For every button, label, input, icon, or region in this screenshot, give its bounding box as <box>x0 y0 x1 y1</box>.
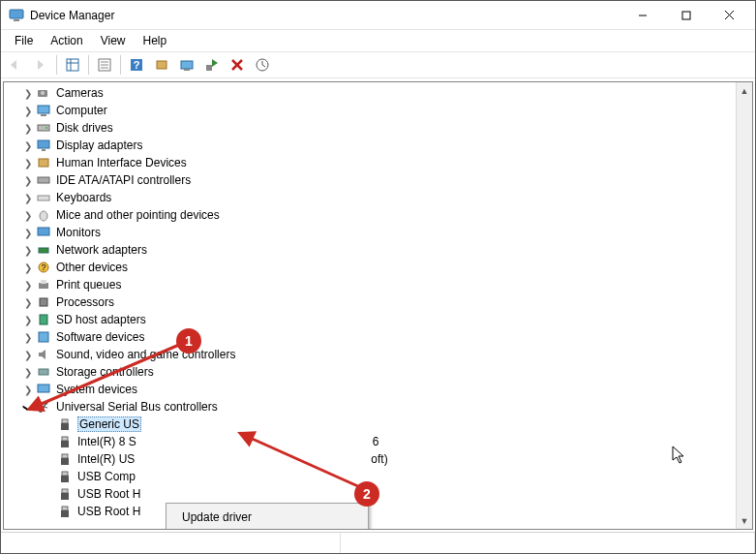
tree-node[interactable]: ❯SD host adapters <box>21 311 752 328</box>
tree-node[interactable]: ❯Human Interface Devices <box>21 154 752 171</box>
tree-node[interactable]: ❯Print queues <box>21 276 752 293</box>
expand-icon[interactable]: ❯ <box>21 297 35 308</box>
tree-node[interactable]: ❯Display adapters <box>21 137 752 154</box>
forward-button[interactable] <box>29 53 52 77</box>
scan-button[interactable] <box>150 53 173 77</box>
vertical-scrollbar[interactable]: ▲ ▼ <box>736 82 752 529</box>
tree-node[interactable]: ❯IDE ATA/ATAPI controllers <box>21 171 752 189</box>
uninstall-button[interactable] <box>226 53 249 77</box>
expand-icon[interactable]: ❯ <box>21 106 35 116</box>
tree-node-label: Storage controllers <box>56 365 154 379</box>
svg-rect-35 <box>39 248 48 253</box>
tree-node[interactable]: ❯?Other devices <box>21 259 752 276</box>
device-tree[interactable]: ▲ ▼ ❯Cameras❯Computer❯Disk drives❯Displa… <box>3 81 753 530</box>
scroll-down-button[interactable]: ▼ <box>737 512 752 529</box>
svg-point-33 <box>40 211 47 221</box>
tree-node[interactable]: ❯Processors <box>21 293 752 311</box>
tree-node-label: Network adapters <box>56 243 147 257</box>
tree-node-device[interactable]: USB Root H <box>43 485 752 503</box>
tree-node-device[interactable]: Generic US <box>43 416 752 433</box>
window-title: Device Manager <box>30 9 620 22</box>
tree-node-label: Generic US <box>77 416 141 432</box>
close-button[interactable] <box>708 1 751 29</box>
expand-icon[interactable]: ❯ <box>21 315 35 325</box>
tree-node[interactable]: ❯Software devices <box>21 328 752 346</box>
tree-node-usb[interactable]: ❯Universal Serial Bus controllers <box>21 398 752 416</box>
menu-action[interactable]: Action <box>43 32 90 49</box>
device-category-icon <box>36 347 51 362</box>
expand-icon[interactable]: ❯ <box>21 210 35 221</box>
show-hide-tree-button[interactable] <box>61 53 84 77</box>
device-category-icon <box>36 172 51 188</box>
collapse-icon[interactable]: ❯ <box>23 400 34 414</box>
expand-icon[interactable]: ❯ <box>21 140 35 151</box>
ctx-update-driver[interactable]: Update driver <box>168 506 366 529</box>
scroll-up-button[interactable]: ▲ <box>737 82 752 99</box>
tree-node[interactable]: ❯System devices <box>21 381 752 398</box>
device-category-icon <box>36 155 51 170</box>
tree-node[interactable]: ❯Network adapters <box>21 241 752 259</box>
help-button[interactable]: ? <box>125 53 148 77</box>
expand-icon[interactable]: ❯ <box>21 123 35 134</box>
device-category-icon <box>36 329 51 345</box>
ctx-disable-device[interactable]: Disable device <box>168 529 366 530</box>
expand-icon[interactable]: ❯ <box>21 228 35 238</box>
tree-node[interactable]: ❯Monitors <box>21 224 752 241</box>
usb-device-icon <box>57 434 73 449</box>
titlebar: Device Manager <box>1 1 755 30</box>
menu-file[interactable]: File <box>7 32 41 49</box>
tree-node-device[interactable]: USB Root H <box>43 503 752 520</box>
svg-rect-51 <box>61 423 69 430</box>
status-bar <box>1 532 755 553</box>
usb-device-icon <box>57 504 73 519</box>
truncated-text: oft) <box>371 452 387 466</box>
expand-icon[interactable]: ❯ <box>21 245 35 256</box>
tree-node[interactable]: ❯Disk drives <box>21 119 752 137</box>
expand-icon[interactable]: ❯ <box>21 158 35 169</box>
update-driver-button[interactable] <box>175 53 198 77</box>
tree-node[interactable]: ❯Sound, video and game controllers <box>21 346 752 363</box>
expand-icon[interactable]: ❯ <box>21 385 35 395</box>
menu-help[interactable]: Help <box>136 32 175 49</box>
svg-rect-42 <box>39 332 48 342</box>
device-category-icon <box>36 138 51 153</box>
tree-node-label: IDE ATA/ATAPI controllers <box>56 173 191 187</box>
svg-line-49 <box>40 405 43 408</box>
svg-text:?: ? <box>134 59 140 71</box>
tree-node-device[interactable]: Intel(R) USoft) <box>43 450 752 468</box>
tree-node[interactable]: ❯Cameras <box>21 84 752 102</box>
svg-rect-17 <box>184 69 190 71</box>
back-button[interactable] <box>4 53 27 77</box>
menu-view[interactable]: View <box>93 32 134 49</box>
expand-icon[interactable]: ❯ <box>21 332 35 343</box>
expand-icon[interactable]: ❯ <box>21 367 35 378</box>
properties-button[interactable] <box>93 53 116 77</box>
device-category-icon <box>36 312 51 327</box>
scan-hardware-button[interactable] <box>251 53 274 77</box>
maximize-button[interactable] <box>664 1 708 29</box>
menubar: File Action View Help <box>1 30 755 51</box>
expand-icon[interactable]: ❯ <box>21 280 35 291</box>
enable-button[interactable] <box>200 53 224 77</box>
tree-node[interactable]: ❯Computer <box>21 102 752 119</box>
expand-icon[interactable]: ❯ <box>21 175 35 186</box>
tree-node[interactable]: ❯Mice and other pointing devices <box>21 206 752 224</box>
expand-icon[interactable]: ❯ <box>21 88 35 99</box>
expand-icon[interactable]: ❯ <box>21 262 35 273</box>
svg-rect-58 <box>62 489 68 493</box>
svg-rect-56 <box>62 472 68 476</box>
tree-node-device[interactable]: USB Comp <box>43 468 752 485</box>
expand-icon[interactable]: ❯ <box>21 350 35 360</box>
tree-node[interactable]: ❯Storage controllers <box>21 363 752 381</box>
expand-icon[interactable]: ❯ <box>21 193 35 203</box>
context-menu: Update driver Disable device Uninstall d… <box>166 503 369 530</box>
tree-node-device[interactable]: Intel(R) 8 S6 <box>43 433 752 450</box>
svg-rect-6 <box>67 59 78 71</box>
minimize-button[interactable] <box>620 1 664 29</box>
device-category-icon: ? <box>36 260 51 275</box>
tree-node[interactable]: ❯Keyboards <box>21 189 752 206</box>
usb-device-icon <box>57 469 73 484</box>
tree-node-label: Intel(R) 8 S <box>77 435 136 448</box>
svg-rect-15 <box>157 61 166 69</box>
svg-rect-61 <box>61 510 69 517</box>
